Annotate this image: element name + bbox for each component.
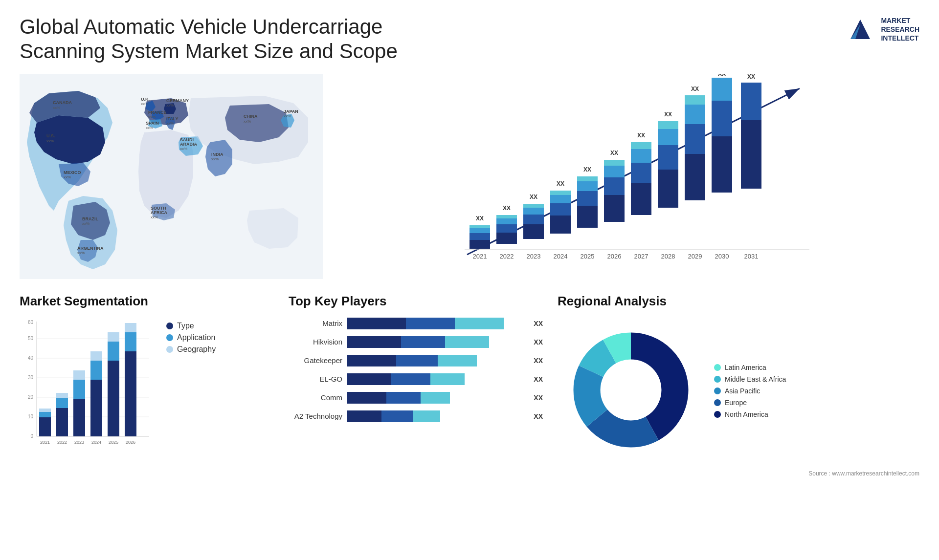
svg-rect-82 xyxy=(712,136,732,193)
svg-rect-70 xyxy=(631,142,651,149)
seg-legend: Type Application Geography xyxy=(166,322,216,354)
legend-europe: Europe xyxy=(714,399,786,407)
svg-rect-55 xyxy=(550,191,571,195)
player-row-gatekeeper: Gatekeeper XX xyxy=(289,354,543,367)
svg-rect-77 xyxy=(685,154,705,200)
svg-text:2022: 2022 xyxy=(57,440,67,445)
seg-legend-type: Type xyxy=(166,322,216,330)
svg-rect-37 xyxy=(470,240,490,249)
player-bar-gatekeeper xyxy=(347,354,525,367)
player-row-hikvision: Hikvision XX xyxy=(289,335,543,349)
svg-text:CANADA: CANADA xyxy=(53,100,72,105)
player-name-matrix: Matrix xyxy=(289,319,342,327)
svg-rect-53 xyxy=(550,203,571,215)
svg-rect-52 xyxy=(550,215,571,234)
player-bar-a2tech xyxy=(347,409,525,423)
svg-text:xx%: xx% xyxy=(77,251,85,255)
svg-text:20: 20 xyxy=(28,394,34,400)
svg-rect-125 xyxy=(73,370,85,380)
svg-text:xx%: xx% xyxy=(64,175,71,179)
svg-text:xx%: xx% xyxy=(146,126,153,130)
svg-rect-116 xyxy=(39,412,51,417)
apac-dot xyxy=(714,388,721,394)
svg-rect-73 xyxy=(658,145,678,170)
seg-legend-app: Application xyxy=(166,333,216,342)
seg-chart: 0 10 20 30 40 50 60 xyxy=(20,317,156,453)
svg-rect-63 xyxy=(604,177,625,195)
svg-text:XX: XX xyxy=(476,215,484,222)
svg-rect-117 xyxy=(39,409,51,412)
svg-text:2023: 2023 xyxy=(74,440,84,445)
type-dot xyxy=(166,323,173,329)
regional-section: Regional Analysis xyxy=(558,294,919,477)
player-row-matrix: Matrix XX xyxy=(289,317,543,330)
svg-text:BRAZIL: BRAZIL xyxy=(82,216,98,221)
player-val-a2tech: XX xyxy=(534,412,543,420)
svg-text:ARGENTINA: ARGENTINA xyxy=(77,246,104,251)
svg-rect-128 xyxy=(90,361,102,380)
svg-text:2022: 2022 xyxy=(500,253,514,260)
player-bar-hikvision xyxy=(347,335,525,349)
svg-text:ARABIA: ARABIA xyxy=(180,142,197,147)
player-bar-matrix xyxy=(347,317,525,330)
svg-text:XX: XX xyxy=(637,132,645,139)
svg-text:40: 40 xyxy=(28,355,34,361)
svg-text:2025: 2025 xyxy=(109,440,118,445)
page-container: Global Automatic Vehicle Undercarriage S… xyxy=(0,0,939,560)
svg-text:XX: XX xyxy=(718,74,726,77)
svg-text:2026: 2026 xyxy=(607,253,622,260)
svg-rect-75 xyxy=(658,121,678,129)
svg-rect-45 xyxy=(496,215,517,218)
svg-rect-137 xyxy=(125,323,136,332)
svg-text:30: 30 xyxy=(28,375,34,380)
svg-rect-131 xyxy=(108,361,119,436)
svg-text:AFRICA: AFRICA xyxy=(151,210,167,215)
player-bar-comm xyxy=(347,391,525,405)
svg-text:xx%: xx% xyxy=(46,139,54,143)
svg-rect-129 xyxy=(90,351,102,361)
donut-svg-wrap xyxy=(558,317,704,465)
player-row-comm: Comm XX xyxy=(289,391,543,405)
svg-text:XX: XX xyxy=(747,74,755,80)
svg-text:xx%: xx% xyxy=(244,119,251,124)
na-label: North America xyxy=(725,410,768,418)
svg-text:XX: XX xyxy=(583,166,591,173)
svg-text:2024: 2024 xyxy=(554,253,568,260)
legend-mea: Middle East & Africa xyxy=(714,375,786,383)
svg-text:xx%: xx% xyxy=(141,102,148,106)
svg-rect-120 xyxy=(56,398,68,408)
svg-text:60: 60 xyxy=(28,320,34,325)
seg-legend-geo: Geography xyxy=(166,345,216,354)
app-dot xyxy=(166,334,173,341)
svg-text:JAPAN: JAPAN xyxy=(284,109,298,114)
type-label: Type xyxy=(177,322,194,330)
svg-rect-84 xyxy=(712,78,732,101)
svg-text:U.K.: U.K. xyxy=(141,97,150,102)
geo-dot xyxy=(166,346,173,353)
app-label: Application xyxy=(177,333,215,342)
svg-rect-67 xyxy=(631,183,651,215)
svg-text:XX: XX xyxy=(691,86,699,92)
svg-text:2025: 2025 xyxy=(581,253,595,260)
regional-title: Regional Analysis xyxy=(558,294,919,309)
svg-text:2026: 2026 xyxy=(126,440,135,445)
svg-rect-135 xyxy=(125,351,136,436)
svg-text:2021: 2021 xyxy=(473,253,487,260)
svg-rect-57 xyxy=(577,206,598,228)
svg-text:xx%: xx% xyxy=(82,221,89,226)
player-bar-elgo xyxy=(347,372,525,386)
svg-rect-115 xyxy=(39,417,51,436)
logo-icon xyxy=(846,15,875,44)
svg-text:XX: XX xyxy=(610,150,618,156)
svg-text:XX: XX xyxy=(664,111,672,118)
svg-rect-80 xyxy=(685,95,705,105)
player-name-hikvision: Hikvision xyxy=(289,338,342,346)
svg-rect-119 xyxy=(56,408,68,436)
svg-rect-64 xyxy=(604,166,625,177)
svg-rect-65 xyxy=(604,160,625,166)
player-val-comm: XX xyxy=(534,394,543,402)
player-row-a2tech: A2 Technology XX xyxy=(289,409,543,423)
svg-rect-72 xyxy=(658,170,678,208)
map-container: CANADA xx% U.S. xx% MEXICO xx% BRAZIL xx… xyxy=(20,74,323,279)
svg-rect-58 xyxy=(577,191,598,206)
